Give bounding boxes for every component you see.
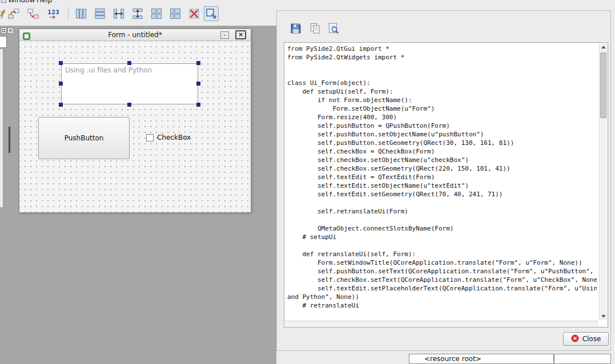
layout-vertical-button[interactable] (93, 6, 107, 21)
layout-vertical-icon (94, 7, 106, 20)
checkbox-widget[interactable]: CheckBox (146, 134, 191, 141)
pushbutton-label: PushButton (65, 134, 104, 142)
main-toolbar: 123 (0, 5, 276, 25)
form-editor-window: Form - untitled* - × Using .ui files and… (19, 29, 251, 213)
close-window-button[interactable]: × (235, 30, 246, 39)
selection-handle-s[interactable] (127, 103, 131, 107)
edit-signals-slots-button[interactable] (6, 6, 21, 21)
arrow-down-icon (601, 315, 606, 318)
selection-handle-se[interactable] (196, 103, 200, 107)
layout-form-icon (169, 7, 182, 20)
resource-browser-panel: <resource root> (276, 351, 615, 364)
dock-close-icon: × (9, 29, 13, 33)
adjust-size-button[interactable] (204, 6, 219, 21)
resource-panel-column (554, 354, 611, 364)
dock-float-button[interactable] (1, 27, 7, 34)
layout-vertical-splitter-icon (131, 7, 144, 20)
scrollbar-thumb[interactable] (600, 52, 606, 118)
dock-filter-input[interactable] (0, 36, 7, 48)
toolbar-separator (68, 7, 69, 20)
scroll-down-button[interactable] (600, 313, 607, 320)
checkbox-label: CheckBox (157, 134, 191, 141)
layout-form-button[interactable] (168, 6, 183, 21)
close-button-label: Close (582, 335, 601, 343)
edit-tab-order-icon: 123 (46, 7, 59, 20)
selection-handle-sw[interactable] (59, 103, 63, 107)
arrow-up-icon (601, 46, 606, 48)
vertical-scrollbar[interactable] (599, 43, 607, 320)
resource-root-item[interactable]: <resource root> (409, 354, 554, 364)
find-button[interactable] (325, 21, 341, 37)
edit-buddies-button[interactable] (26, 6, 41, 21)
pushbutton-widget[interactable]: PushButton (38, 117, 130, 159)
scroll-up-button[interactable] (600, 43, 607, 51)
menu-help[interactable]: Help (37, 0, 52, 4)
edit-signals-slots-icon (7, 7, 20, 20)
dock-scrollbar-handle[interactable] (9, 127, 10, 153)
code-preview-dialog: from PySide2.QtGui import * from PySide2… (276, 10, 611, 351)
horizontal-scrollbar[interactable] (285, 321, 598, 326)
close-circle-icon (571, 334, 579, 344)
adjust-size-icon (205, 7, 218, 20)
selection-handle-nw[interactable] (59, 61, 63, 65)
checkbox-indicator[interactable] (146, 134, 154, 141)
save-icon (289, 22, 303, 35)
resource-root-label: <resource root> (424, 355, 481, 363)
textedit-widget[interactable]: Using .ui files and Python (61, 63, 198, 104)
dock-float-icon (2, 29, 5, 32)
layout-horizontal-splitter-button[interactable] (111, 6, 126, 21)
layout-horizontal-button[interactable] (74, 6, 89, 21)
layout-vertical-splitter-button[interactable] (130, 6, 145, 21)
selection-handle-ne[interactable] (196, 61, 200, 65)
dock-panel-edge (0, 49, 3, 207)
form-window-title: Form - untitled* (19, 31, 251, 39)
form-window-titlebar[interactable]: Form - untitled* - × (19, 29, 251, 41)
form-canvas[interactable]: Using .ui files and Python PushButton (19, 41, 251, 212)
textedit-selection: Using .ui files and Python (61, 63, 198, 104)
close-dialog-button[interactable]: Close (563, 332, 609, 346)
edit-widgets-icon (0, 7, 6, 20)
dock-close-button[interactable]: × (7, 27, 14, 34)
selection-handle-e[interactable] (196, 82, 200, 86)
menu-window[interactable]: Window (8, 0, 35, 4)
selection-handle-w[interactable] (59, 82, 63, 86)
layout-horizontal-icon (75, 7, 87, 20)
edit-tab-order-button[interactable]: 123 (45, 6, 60, 21)
svg-text:123: 123 (47, 9, 59, 15)
break-layout-icon (188, 7, 200, 20)
textedit-placeholder: Using .ui files and Python (65, 66, 152, 74)
break-layout-button[interactable] (187, 6, 202, 21)
copy-icon (308, 22, 322, 35)
mdi-workspace: × Form - untitled* - × Using .ui files a… (0, 26, 276, 364)
layout-horizontal-splitter-icon (112, 7, 125, 20)
code-view[interactable]: from PySide2.QtGui import * from PySide2… (284, 42, 608, 327)
find-icon (327, 22, 340, 35)
layout-grid-icon (150, 7, 163, 20)
selection-handle-n[interactable] (127, 61, 131, 65)
save-button[interactable] (288, 21, 304, 37)
copy-button[interactable] (307, 21, 323, 37)
qt-designer-screen: Window Help 123 (0, 0, 615, 364)
edit-buddies-icon (27, 7, 39, 20)
layout-grid-button[interactable] (149, 6, 164, 21)
app-icon (1, 0, 6, 3)
minimize-button[interactable]: - (220, 31, 229, 39)
generated-code: from PySide2.QtGui import * from PySide2… (287, 45, 597, 319)
